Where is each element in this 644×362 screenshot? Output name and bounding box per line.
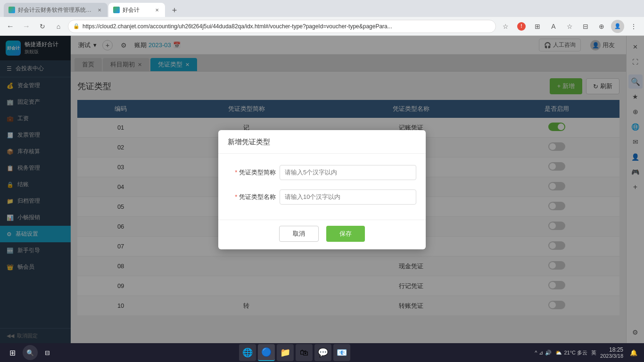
taskbar-apps: 🌐 🔵 📁 🛍 💬 📧: [57, 344, 533, 361]
search-taskbar-button[interactable]: 🔍: [23, 345, 38, 360]
cancel-button[interactable]: 取消: [279, 226, 319, 242]
taskbar-app-mail[interactable]: 📧: [333, 344, 350, 361]
home-button[interactable]: ⌂: [52, 20, 65, 33]
back-button[interactable]: ←: [4, 20, 17, 33]
tab-1-favicon: [8, 7, 15, 13]
star-button[interactable]: ☆: [499, 20, 512, 33]
extension-button-6[interactable]: ⊕: [595, 20, 608, 33]
dialog-footer: 取消 保存: [218, 220, 426, 249]
dialog: 新增凭证类型 * 凭证类型简称 * 凭证类型名称: [218, 130, 426, 249]
save-button[interactable]: 保存: [326, 226, 365, 242]
name-label: * 凭证类型名称: [228, 193, 280, 201]
taskbar-app-edge[interactable]: 🔵: [258, 344, 275, 361]
tab-bar: 好会计云财务软件管理系统_会计 ✕ 好会计 ✕ +: [0, 0, 644, 17]
browser-chrome: 好会计云财务软件管理系统_会计 ✕ 好会计 ✕ + ← → ↻ ⌂ 🔒 http…: [0, 0, 644, 36]
address-text: https://cloud2.chanjet.com/accounting/uh…: [83, 23, 491, 30]
new-tab-button[interactable]: +: [168, 4, 181, 17]
weather-text: 21°C 多云: [564, 349, 587, 356]
taskbar-app-store[interactable]: 🛍: [296, 344, 313, 361]
dialog-overlay: 新增凭证类型 * 凭证类型简称 * 凭证类型名称: [0, 36, 644, 343]
tab-2[interactable]: 好会计 ✕: [108, 3, 165, 17]
extension-button-3[interactable]: A: [547, 20, 560, 33]
tab-2-favicon: [113, 7, 120, 13]
tab-2-close[interactable]: ✕: [154, 7, 160, 13]
taskbar-app-wechat[interactable]: 💬: [314, 344, 331, 361]
taskbar-sys-icons: ^ ⊿ 🔊: [535, 350, 552, 356]
extension-button-1[interactable]: !: [515, 20, 528, 33]
notification-button[interactable]: 🔔: [627, 346, 640, 359]
ime-indicator[interactable]: 英: [591, 349, 596, 356]
extension-button-2[interactable]: ⊞: [531, 20, 544, 33]
dialog-title: 新增凭证类型: [228, 138, 270, 146]
tab-1-title: 好会计云财务软件管理系统_会计: [18, 6, 93, 14]
name-input[interactable]: [280, 189, 416, 205]
dialog-header: 新增凭证类型: [218, 130, 426, 154]
weather-icon: ⛅: [555, 350, 562, 356]
taskbar: ⊞ 🔍 ⊟ 🌐 🔵 📁 🛍 💬 📧 ^ ⊿ 🔊 ⛅ 21°C 多云 英 18:2…: [0, 343, 644, 362]
tab-2-title: 好会计: [123, 6, 151, 14]
reload-button[interactable]: ↻: [36, 20, 49, 33]
taskbar-app-chrome[interactable]: 🌐: [239, 344, 256, 361]
extension-button-4[interactable]: ☆: [563, 20, 576, 33]
lock-icon: 🔒: [73, 23, 80, 29]
menu-button[interactable]: ⋮: [627, 20, 640, 33]
address-bar[interactable]: 🔒 https://cloud2.chanjet.com/accounting/…: [68, 20, 496, 33]
taskbar-right-area: ^ ⊿ 🔊 ⛅ 21°C 多云 英 18:25 2023/3/18 🔔: [535, 346, 640, 359]
taskbar-app-files[interactable]: 📁: [277, 344, 294, 361]
clock: 18:25 2023/3/18: [600, 346, 623, 359]
extension-button-5[interactable]: ⊟: [579, 20, 592, 33]
task-view-button[interactable]: ⊟: [40, 345, 55, 360]
abbr-input[interactable]: [280, 165, 416, 180]
start-button[interactable]: ⊞: [4, 344, 21, 361]
form-row-abbr: * 凭证类型简称: [228, 165, 416, 180]
abbr-label: * 凭证类型简称: [228, 168, 280, 177]
dialog-body: * 凭证类型简称 * 凭证类型名称: [218, 154, 426, 220]
weather-info: ⛅ 21°C 多云: [555, 349, 587, 356]
tab-1-close[interactable]: ✕: [96, 7, 103, 13]
network-icon: ⊿: [539, 350, 543, 356]
chevron-icon[interactable]: ^: [535, 350, 537, 355]
tab-1[interactable]: 好会计云财务软件管理系统_会计 ✕: [4, 3, 107, 17]
forward-button[interactable]: →: [20, 20, 33, 33]
form-row-name: * 凭证类型名称: [228, 189, 416, 205]
taskbar-date: 2023/3/18: [600, 353, 623, 359]
profile-button[interactable]: 👤: [611, 20, 624, 33]
taskbar-time: 18:25: [600, 346, 623, 353]
volume-icon: 🔊: [545, 350, 552, 356]
browser-toolbar: ← → ↻ ⌂ 🔒 https://cloud2.chanjet.com/acc…: [0, 17, 644, 36]
